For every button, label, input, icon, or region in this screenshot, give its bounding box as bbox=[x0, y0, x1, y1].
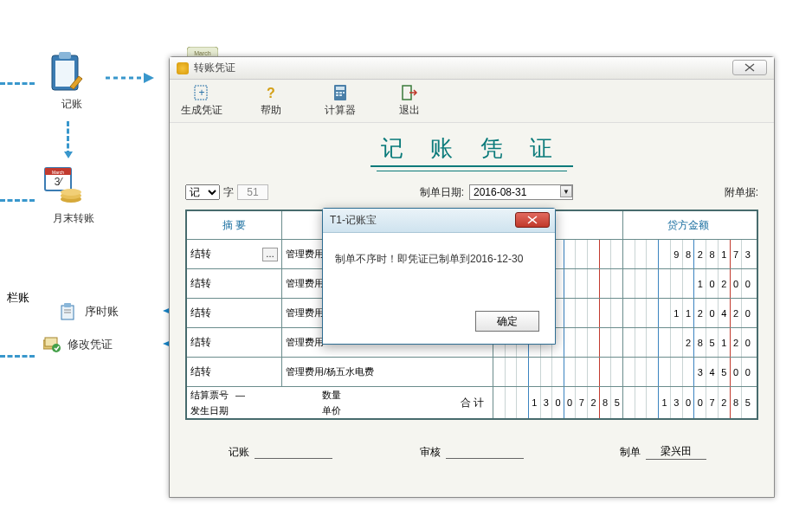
side-item-modify[interactable]: 修改凭证 bbox=[43, 336, 113, 353]
amount-digit bbox=[623, 240, 635, 268]
debit-cell[interactable] bbox=[493, 358, 623, 386]
amount-digit: 4 bbox=[719, 299, 731, 327]
titlebar: 转账凭证 bbox=[170, 57, 774, 80]
amount-digit bbox=[659, 240, 671, 268]
amount-digit: 0 bbox=[731, 269, 743, 298]
credit-cell[interactable]: 34500 bbox=[623, 358, 753, 386]
sh-label: 审核 bbox=[420, 445, 441, 460]
amount-digit: 2 bbox=[683, 328, 695, 357]
credit-cell[interactable]: 10200 bbox=[623, 269, 753, 298]
credit-cell[interactable]: 9828173 bbox=[623, 240, 753, 268]
amount-digit bbox=[588, 358, 600, 386]
toolbar-label: 退出 bbox=[399, 103, 420, 118]
amount-digit: 8 bbox=[706, 240, 719, 268]
svg-rect-32 bbox=[339, 94, 342, 96]
dialog-message: 制单不序时！即凭证已制单到2016-12-30 bbox=[323, 233, 555, 267]
svg-rect-29 bbox=[339, 92, 342, 94]
flow-node-month-end[interactable]: March3⁄ 月末转账 bbox=[43, 166, 104, 226]
voucher-date-input[interactable] bbox=[469, 184, 573, 200]
date-dropdown-button[interactable]: ▼ bbox=[560, 185, 572, 197]
svg-point-11 bbox=[61, 189, 81, 196]
amount-digit: 2 bbox=[731, 328, 743, 357]
calculator-button[interactable]: 计算器 bbox=[319, 83, 362, 119]
amount-digit: 5 bbox=[706, 328, 719, 357]
amount-digit: 8 bbox=[600, 387, 612, 418]
flow-node-post[interactable]: 记账 bbox=[46, 52, 98, 112]
svg-text:March: March bbox=[52, 170, 64, 175]
voucher-header: 记 字 制单日期: ▼ 附单据: bbox=[185, 180, 758, 204]
amount-digit bbox=[576, 328, 588, 357]
message-dialog: T1-记账宝 制单不序时！即凭证已制单到2016-12-30 确定 bbox=[322, 208, 556, 345]
amount-digit: 3 bbox=[742, 240, 753, 268]
svg-rect-27 bbox=[336, 87, 345, 90]
amount-digit bbox=[647, 240, 659, 268]
flow-label: 记账 bbox=[46, 97, 98, 112]
amount-digit bbox=[623, 299, 635, 327]
jz-field bbox=[255, 445, 332, 459]
attach-label: 附单据: bbox=[725, 186, 758, 198]
amount-digit bbox=[600, 358, 612, 386]
qty-label: 数量 bbox=[322, 389, 357, 402]
amount-digit: 2 bbox=[719, 387, 731, 418]
amount-digit bbox=[588, 269, 600, 298]
voucher-number-input[interactable] bbox=[237, 184, 268, 200]
dialog-close-button[interactable] bbox=[515, 212, 550, 228]
amount-digit bbox=[635, 299, 648, 327]
credit-cell[interactable]: 285120 bbox=[623, 328, 753, 357]
amount-digit bbox=[683, 358, 695, 386]
exit-button[interactable]: 退出 bbox=[388, 83, 431, 119]
abstract-picker-button[interactable]: … bbox=[262, 248, 278, 261]
abstract-text: 结转 bbox=[190, 364, 211, 379]
abstract-text: 结转 bbox=[190, 306, 211, 320]
toolbar-label: 生成凭证 bbox=[181, 103, 222, 118]
subject-text: 管理费用/杨五水电费 bbox=[282, 358, 493, 386]
gen-voucher-button[interactable]: + 生成凭证 bbox=[180, 83, 223, 119]
amount-digit: 0 bbox=[706, 299, 719, 327]
connector bbox=[0, 82, 35, 85]
amount-digit: 1 bbox=[719, 328, 731, 357]
amount-digit: 0 bbox=[742, 328, 753, 357]
amount-digit bbox=[683, 269, 695, 298]
amount-digit bbox=[647, 387, 659, 418]
amount-digit: 0 bbox=[552, 387, 564, 418]
ok-button[interactable]: 确定 bbox=[475, 311, 539, 332]
calendar-coins-icon: March3⁄ bbox=[43, 166, 85, 208]
voucher-type-select[interactable]: 记 bbox=[185, 184, 220, 200]
amount-digit bbox=[564, 358, 577, 386]
amount-digit bbox=[588, 240, 600, 268]
dialog-titlebar: T1-记账宝 bbox=[323, 209, 555, 233]
side-item-sequential[interactable]: 序时账 bbox=[61, 303, 119, 320]
credit-cell[interactable]: 1120420 bbox=[623, 299, 753, 327]
amount-digit bbox=[647, 358, 659, 386]
amount-digit bbox=[611, 240, 622, 268]
side-label: 修改凭证 bbox=[68, 337, 113, 352]
amount-digit: 0 bbox=[706, 269, 719, 298]
amount-digit bbox=[611, 269, 622, 298]
amount-digit bbox=[623, 358, 635, 386]
amount-digit: 2 bbox=[588, 387, 600, 418]
amount-digit: 0 bbox=[731, 358, 743, 386]
amount-digit bbox=[611, 299, 622, 327]
help-button[interactable]: ? 帮助 bbox=[249, 83, 293, 119]
svg-point-18 bbox=[52, 344, 61, 352]
col-credit: 贷方金额 bbox=[623, 211, 753, 239]
amount-digit: 0 bbox=[564, 387, 577, 418]
table-row[interactable]: 结转管理费用/杨五水电费34500 bbox=[187, 357, 757, 386]
hj-label: 合 计 bbox=[461, 396, 484, 410]
svg-text:?: ? bbox=[267, 86, 275, 100]
amount-digit: 1 bbox=[659, 387, 671, 418]
amount-digit: 2 bbox=[719, 269, 731, 298]
amount-digit: 3 bbox=[541, 387, 553, 418]
amount-digit: 3 bbox=[671, 387, 683, 418]
amount-digit bbox=[659, 299, 671, 327]
amount-digit bbox=[564, 269, 577, 298]
amount-digit: 9 bbox=[671, 240, 683, 268]
voucher-title: 记 账 凭 证 bbox=[371, 133, 573, 167]
amount-digit: 1 bbox=[671, 299, 683, 327]
amount-digit: 5 bbox=[611, 387, 622, 418]
side-label: 序时账 bbox=[85, 304, 119, 319]
close-button[interactable] bbox=[732, 60, 767, 75]
amount-digit bbox=[588, 299, 600, 327]
amount-digit bbox=[576, 358, 588, 386]
amount-digit bbox=[600, 240, 612, 268]
